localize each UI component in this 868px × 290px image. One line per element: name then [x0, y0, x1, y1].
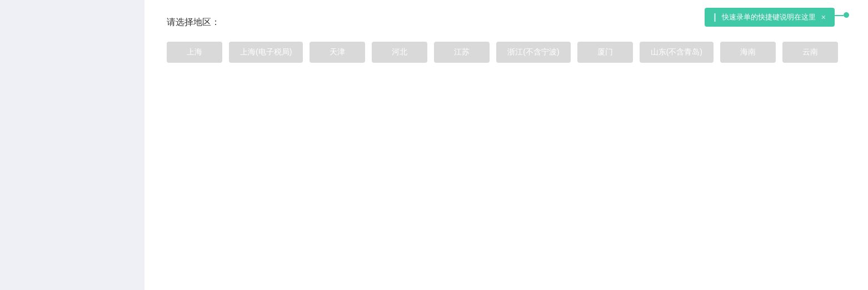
region-button-zhejiang[interactable]: 浙江(不含宁波) — [496, 42, 570, 63]
tooltip-dot — [844, 12, 849, 18]
tooltip-text: 快速录单的快捷键说明在这里 — [722, 12, 816, 22]
region-button-shanghai[interactable]: 上海 — [167, 42, 222, 63]
main-content: 请选择地区： 上海上海(电子税局)天津河北江苏浙江(不含宁波)厦门山东(不含青岛… — [144, 0, 868, 290]
sidebar — [0, 0, 144, 290]
tooltip-close-button[interactable]: × — [821, 13, 826, 22]
region-button-xiamen[interactable]: 厦门 — [577, 42, 633, 63]
region-button-jiangsu[interactable]: 江苏 — [434, 42, 490, 63]
region-button-shanghai-etax[interactable]: 上海(电子税局) — [229, 42, 303, 63]
region-button-tianjin[interactable]: 天津 — [310, 42, 365, 63]
tooltip-line — [832, 15, 844, 16]
region-button-yunnan[interactable]: 云南 — [782, 42, 838, 63]
region-button-shandong[interactable]: 山东(不含青岛) — [640, 42, 714, 63]
region-buttons: 上海上海(电子税局)天津河北江苏浙江(不含宁波)厦门山东(不含青岛)海南云南 — [167, 42, 846, 63]
tooltip-banner: 快速录单的快捷键说明在这里 × — [705, 8, 835, 27]
region-button-hebei[interactable]: 河北 — [372, 42, 427, 63]
region-button-hainan[interactable]: 海南 — [720, 42, 776, 63]
